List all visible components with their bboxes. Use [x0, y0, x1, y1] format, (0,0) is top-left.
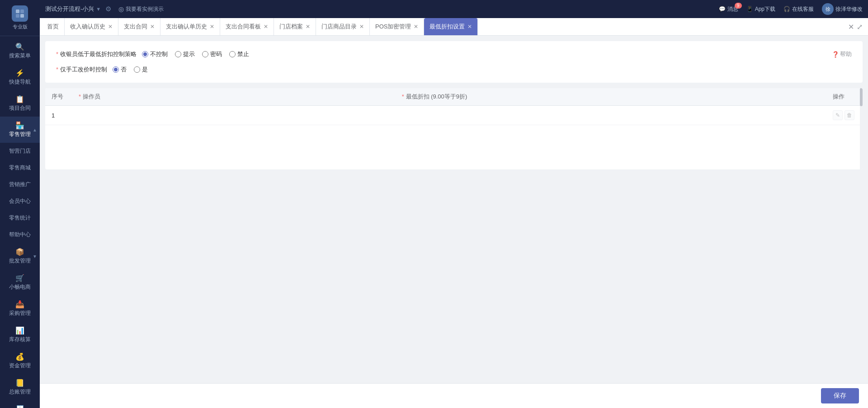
- edit-button[interactable]: ✎: [833, 110, 843, 120]
- radio-forbid-label: 禁止: [237, 50, 249, 58]
- demo-circle-icon: ◎: [118, 5, 124, 13]
- radio-password[interactable]: 密码: [202, 50, 222, 58]
- app-download-icon: 📱: [746, 6, 753, 12]
- radio-remind[interactable]: 提示: [175, 50, 195, 58]
- tab-expense-board-label: 支出合同看板: [226, 23, 261, 31]
- radio-forbid-input[interactable]: [229, 51, 236, 57]
- sidebar-item-purchase[interactable]: 📥 采购管理: [0, 295, 40, 322]
- sidebar-item-smallecom[interactable]: 🛒 小畅电商: [0, 269, 40, 295]
- topbar-message-button[interactable]: 💬 消息 9: [719, 5, 738, 13]
- sidebar-item-ledger[interactable]: 📒 总账管理: [0, 374, 40, 400]
- action-buttons: ✎ 🗑: [833, 110, 856, 120]
- radio-no-control[interactable]: 不控制: [142, 50, 168, 58]
- quicknav-menu-icon: ⚡: [15, 69, 24, 77]
- sidebar-logo: 专业版: [0, 0, 40, 36]
- sidebar-item-help[interactable]: 帮助中心: [0, 226, 40, 243]
- sidebar-item-ecommerce[interactable]: 零售商城: [0, 159, 40, 176]
- sidebar-item-retailstats[interactable]: 零售统计: [0, 210, 40, 226]
- topbar-project-selector[interactable]: 测试分开流程-小兴 ▼: [45, 5, 101, 13]
- tab-revenue-history-close[interactable]: ✕: [108, 23, 113, 30]
- tabs-expand-button[interactable]: ⤢: [857, 23, 863, 31]
- help-link[interactable]: ❓ 帮助: [832, 50, 852, 58]
- topbar-appdownload-button[interactable]: 📱 App下载: [746, 5, 775, 13]
- tab-store-catalog-close[interactable]: ✕: [359, 23, 364, 30]
- radio-forbid[interactable]: 禁止: [229, 50, 249, 58]
- tab-home-label: 首页: [47, 23, 59, 31]
- delete-icon: 🗑: [847, 112, 852, 118]
- sidebar-item-search[interactable]: 🔍 搜索菜单: [0, 38, 40, 64]
- sidebar-item-inventory[interactable]: 📊 库存核算: [0, 322, 40, 348]
- radio-password-input[interactable]: [202, 51, 208, 57]
- radio-yes[interactable]: 是: [134, 66, 148, 74]
- tab-expense-contract[interactable]: 支出合同 ✕: [118, 18, 160, 35]
- sidebar-logo-text: 专业版: [13, 23, 28, 30]
- topbar-user-area[interactable]: 徐 徐泽华修改: [822, 3, 863, 15]
- delete-button[interactable]: 🗑: [844, 110, 854, 120]
- tab-store-archive[interactable]: 门店档案 ✕: [274, 18, 316, 35]
- sidebar-item-invoice[interactable]: 🧾 发票管理: [0, 400, 40, 408]
- sidebar-item-member[interactable]: 会员中心: [0, 193, 40, 210]
- sidebar-item-wholesale[interactable]: 📦 批发管理 ▼: [0, 243, 40, 269]
- tab-expense-board[interactable]: 支出合同看板 ✕: [220, 18, 274, 35]
- discount-table: 序号 操作员 最低折扣 (9.00等于9折) 操作: [45, 88, 863, 125]
- tab-pos-encrypt[interactable]: POS加密管理 ✕: [370, 18, 424, 35]
- tab-expense-confirm-history[interactable]: 支出确认单历史 ✕: [160, 18, 220, 35]
- radio-no[interactable]: 否: [113, 66, 127, 74]
- radio-no-control-input[interactable]: [142, 51, 148, 57]
- tab-min-discount[interactable]: 最低折扣设置 ✕: [424, 18, 478, 35]
- table-scrollbar-track[interactable]: [860, 88, 863, 169]
- sidebar-item-marketing[interactable]: 营销推广: [0, 176, 40, 193]
- footer-bar: 保存: [40, 383, 868, 408]
- cell-min-discount: [396, 106, 826, 125]
- cell-operator: [72, 106, 396, 125]
- tab-min-discount-close[interactable]: ✕: [467, 23, 472, 30]
- message-badge: 9: [735, 3, 742, 9]
- tab-min-discount-label: 最低折扣设置: [429, 23, 465, 31]
- finance-menu-icon: 💰: [15, 352, 24, 361]
- tab-home[interactable]: 首页: [42, 18, 65, 35]
- topbar: 测试分开流程-小兴 ▼ ⚙ ◎ 我要看实例演示 💬 消息 9 📱 App下载 🎧…: [40, 0, 868, 18]
- radio-password-label: 密码: [210, 50, 222, 58]
- tab-expense-confirm-close[interactable]: ✕: [210, 23, 214, 30]
- topbar-onlineservice-button[interactable]: 🎧 在线客服: [783, 5, 814, 13]
- svg-rect-1: [20, 9, 24, 13]
- sidebar-item-contract[interactable]: 📋 项目合同: [0, 90, 40, 117]
- tab-store-catalog[interactable]: 门店商品目录 ✕: [316, 18, 370, 35]
- topbar-demo-link[interactable]: ◎ 我要看实例演示: [118, 5, 164, 13]
- topbar-gear-icon: ⚙: [105, 5, 111, 13]
- tabs-close-all-button[interactable]: ✕: [848, 23, 854, 31]
- sidebar-item-smartstore[interactable]: 智营门店: [0, 143, 40, 159]
- search-menu-icon: 🔍: [15, 42, 24, 51]
- radio-remind-input[interactable]: [175, 51, 181, 57]
- radio-no-input[interactable]: [113, 66, 119, 73]
- table-header-row: 序号 操作员 最低折扣 (9.00等于9折) 操作: [45, 88, 863, 106]
- discount-control-row: 收银员低于最低折扣控制策略 不控制 提示 密码: [56, 50, 852, 58]
- discount-control-label: 收银员低于最低折扣控制策略: [56, 50, 137, 58]
- topbar-right: 💬 消息 9 📱 App下载 🎧 在线客服 徐 徐泽华修改: [719, 3, 863, 15]
- service-icon: 🎧: [783, 6, 790, 12]
- table-scrollbar-thumb[interactable]: [860, 88, 863, 106]
- purchase-menu-icon: 📥: [15, 300, 24, 309]
- cell-action: ✎ 🗑: [826, 106, 863, 125]
- tab-expense-board-close[interactable]: ✕: [264, 23, 268, 30]
- tab-store-archive-close[interactable]: ✕: [306, 23, 310, 30]
- sidebar-item-quicknav[interactable]: ⚡ 快捷导航: [0, 64, 40, 90]
- logo-icon: [12, 5, 28, 22]
- sidebar-item-retail[interactable]: 🏪 零售管理 ▲: [0, 117, 40, 143]
- tab-expense-contract-label: 支出合同: [124, 23, 147, 31]
- topbar-gear-button[interactable]: ⚙: [105, 5, 111, 13]
- avatar: 徐: [822, 3, 834, 15]
- help-icon: ❓: [832, 51, 839, 58]
- save-button[interactable]: 保存: [821, 388, 859, 403]
- discount-table-section: 序号 操作员 最低折扣 (9.00等于9折) 操作: [45, 88, 863, 169]
- tab-revenue-history[interactable]: 收入确认历史 ✕: [65, 18, 118, 35]
- tab-pos-encrypt-close[interactable]: ✕: [414, 23, 418, 30]
- sidebar-item-finance[interactable]: 💰 资金管理: [0, 348, 40, 374]
- tab-expense-contract-close[interactable]: ✕: [150, 23, 155, 30]
- th-seq: 序号: [45, 88, 72, 106]
- content-area: 收银员低于最低折扣控制策略 不控制 提示 密码: [40, 36, 868, 383]
- th-operator: 操作员: [72, 88, 396, 106]
- radio-yes-input[interactable]: [134, 66, 140, 73]
- cell-seq: 1: [45, 106, 72, 125]
- table-scroll-area: 序号 操作员 最低折扣 (9.00等于9折) 操作: [45, 88, 863, 169]
